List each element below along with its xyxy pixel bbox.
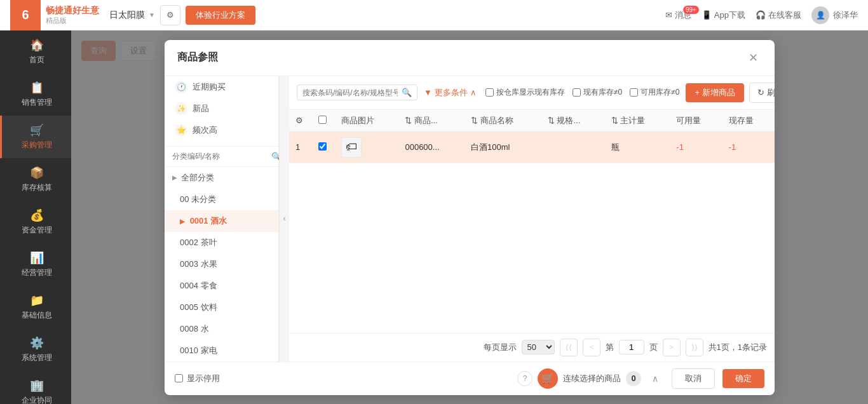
collapse-icon: ‹ bbox=[283, 214, 286, 223]
table-row[interactable]: 1 🏷 000600... bbox=[289, 131, 775, 163]
col-name-header[interactable]: ⇅ 商品名称 bbox=[465, 110, 541, 132]
store-dropdown-icon: ▼ bbox=[149, 11, 155, 18]
col-available-header[interactable]: 可用量 bbox=[670, 110, 722, 132]
service-icon: 🎧 bbox=[756, 10, 766, 20]
category-search: 🔍 bbox=[165, 147, 278, 167]
table-head: ⚙ 商品图片 ⇅ 商品... bbox=[289, 110, 775, 132]
settings-icon[interactable]: ⚙ bbox=[160, 5, 180, 25]
sales-icon: 📋 bbox=[30, 81, 44, 95]
col-unit-header[interactable]: ⇅ 主计量 bbox=[605, 110, 670, 132]
cat-item-0004[interactable]: 0004 零食 bbox=[165, 275, 278, 297]
app-download[interactable]: 📱 App下载 bbox=[702, 10, 745, 21]
page-last-btn[interactable]: ⟩⟩ bbox=[686, 339, 703, 356]
refresh-icon: ↻ bbox=[757, 88, 764, 97]
experience-btn[interactable]: 体验行业方案 bbox=[186, 6, 255, 25]
filter-chevron-icon: ∧ bbox=[470, 88, 477, 97]
row-code: 000600... bbox=[398, 131, 465, 163]
sidebar-item-home[interactable]: 🏠 首页 bbox=[0, 30, 71, 73]
cat-quick-frequent[interactable]: ⭐ 频次高 bbox=[165, 119, 278, 141]
purchase-icon: 🛒 bbox=[30, 123, 44, 137]
enterprise-icon: 🏢 bbox=[30, 379, 44, 393]
col-settings[interactable]: ⚙ bbox=[289, 110, 312, 132]
cat-item-0008[interactable]: 0008 水 bbox=[165, 318, 278, 340]
cancel-btn[interactable]: 取消 bbox=[672, 368, 715, 389]
col-checkbox-all[interactable] bbox=[312, 110, 335, 132]
sidebar-item-finance[interactable]: 💰 资金管理 bbox=[0, 201, 71, 243]
user-info[interactable]: 👤 徐泽华 bbox=[811, 6, 858, 24]
cat-all-header[interactable]: ▶ 全部分类 bbox=[165, 167, 278, 189]
total-info: 共1页，1条记录 bbox=[709, 342, 767, 353]
show-disabled-checkbox[interactable] bbox=[175, 374, 183, 382]
cat-item-0005[interactable]: 0005 饮料 bbox=[165, 297, 278, 318]
sort-name-icon: ⇅ bbox=[471, 116, 478, 125]
basic-icon: 📁 bbox=[30, 293, 44, 307]
online-service[interactable]: 🎧 在线客服 bbox=[756, 10, 801, 21]
page-next-btn[interactable]: ＞ bbox=[663, 339, 681, 356]
cat-item-0001[interactable]: ▶ 0001 酒水 bbox=[165, 210, 278, 232]
row-image: 🏷 bbox=[335, 131, 398, 163]
avatar: 👤 bbox=[811, 6, 829, 24]
toolbar-actions: + 新增商品 ↻ 刷新 bbox=[686, 83, 775, 103]
product-search-box: 🔍 bbox=[297, 84, 417, 100]
sidebar-item-enterprise[interactable]: 🏢 企业协同 bbox=[0, 371, 71, 404]
product-table: ⚙ 商品图片 ⇅ 商品... bbox=[289, 110, 775, 163]
checkbox-stock-ne0[interactable]: 现有库存≠0 bbox=[573, 87, 622, 98]
page-size-select[interactable]: 50 20 100 bbox=[522, 340, 555, 354]
product-search-input[interactable] bbox=[302, 88, 398, 97]
category-list: ▶ 全部分类 00 未分类 ▶ 0001 酒水 0002 茶 bbox=[165, 167, 278, 361]
cart-expand-btn[interactable]: ∧ bbox=[646, 370, 664, 387]
checkbox-available-ne0-input[interactable] bbox=[630, 88, 638, 97]
sidebar: 🏠 首页 📋 销售管理 🛒 采购管理 📦 库存核算 💰 资金管理 📊 经营管理 … bbox=[0, 30, 71, 404]
sidebar-item-basic[interactable]: 📁 基础信息 bbox=[0, 286, 71, 328]
cat-item-00[interactable]: 00 未分类 bbox=[165, 189, 278, 210]
modal-body: 🕐 近期购买 ✨ 新品 ⭐ 频次高 bbox=[165, 76, 775, 361]
modal-title: 商品参照 bbox=[177, 51, 218, 64]
sidebar-item-sales[interactable]: 📋 销售管理 bbox=[0, 73, 71, 116]
finance-icon: 💰 bbox=[30, 208, 44, 222]
row-checkbox[interactable] bbox=[312, 131, 335, 163]
table-body: 1 🏷 000600... bbox=[289, 131, 775, 163]
cat-quick-recent[interactable]: 🕐 近期购买 bbox=[165, 76, 278, 98]
store-selector[interactable]: 日太阳膜 ▼ bbox=[109, 10, 155, 21]
refresh-btn[interactable]: ↻ 刷新 bbox=[749, 83, 775, 103]
modal-overlay: 商品参照 ✕ 🕐 近期购买 ✨ bbox=[71, 30, 868, 404]
row-name: 白酒100ml bbox=[465, 131, 541, 163]
add-product-btn[interactable]: + 新增商品 bbox=[686, 83, 743, 102]
confirm-btn[interactable]: 确定 bbox=[722, 369, 764, 388]
product-search-icon[interactable]: 🔍 bbox=[402, 88, 412, 97]
message-badge[interactable]: ✉ 消息 99+ bbox=[665, 10, 691, 21]
category-search-input[interactable] bbox=[172, 152, 268, 161]
col-spec-header[interactable]: ⇅ 规格... bbox=[541, 110, 605, 132]
checkbox-by-warehouse[interactable]: 按仓库显示现有库存 bbox=[485, 87, 565, 98]
recent-icon: 🕐 bbox=[175, 81, 187, 93]
cat-quick-new[interactable]: ✨ 新品 bbox=[165, 98, 278, 119]
filter-more-btn[interactable]: ▼ 更多条件 ∧ bbox=[424, 87, 477, 98]
sidebar-item-system[interactable]: ⚙️ 系统管理 bbox=[0, 328, 71, 371]
help-btn[interactable]: ? bbox=[517, 371, 532, 386]
cat-active-arrow-icon: ▶ bbox=[180, 218, 185, 225]
checkbox-available-ne0[interactable]: 可用库存≠0 bbox=[630, 87, 679, 98]
cat-item-0010[interactable]: 0010 家电 bbox=[165, 340, 278, 361]
modal-close-button[interactable]: ✕ bbox=[744, 49, 762, 67]
checkbox-by-warehouse-input[interactable] bbox=[485, 88, 494, 97]
page-label: 第 bbox=[606, 342, 614, 353]
cat-item-0002[interactable]: 0002 茶叶 bbox=[165, 232, 278, 253]
page-size-label: 每页显示 bbox=[484, 342, 517, 353]
quick-list: 🕐 近期购买 ✨ 新品 ⭐ 频次高 bbox=[165, 76, 278, 147]
col-image-header: 商品图片 bbox=[335, 110, 398, 132]
page-prev-btn[interactable]: ＜ bbox=[583, 339, 600, 356]
filter-icon: ▼ bbox=[424, 88, 432, 97]
col-code-header[interactable]: ⇅ 商品... bbox=[398, 110, 465, 132]
sidebar-item-purchase[interactable]: 🛒 采购管理 bbox=[0, 116, 71, 158]
download-icon: 📱 bbox=[702, 10, 712, 20]
checkbox-stock-ne0-input[interactable] bbox=[573, 88, 581, 97]
sidebar-item-operations[interactable]: 📊 经营管理 bbox=[0, 243, 71, 286]
cat-item-0003[interactable]: 0003 水果 bbox=[165, 253, 278, 275]
show-disabled-check[interactable]: 显示停用 bbox=[175, 373, 220, 384]
page-input[interactable] bbox=[619, 340, 644, 354]
sidebar-item-inventory[interactable]: 📦 库存核算 bbox=[0, 158, 71, 201]
row-unit: 瓶 bbox=[605, 131, 670, 163]
category-collapse-btn[interactable]: ‹ bbox=[279, 76, 289, 361]
page-first-btn[interactable]: ⟨⟨ bbox=[560, 339, 578, 356]
home-icon: 🏠 bbox=[30, 38, 44, 52]
